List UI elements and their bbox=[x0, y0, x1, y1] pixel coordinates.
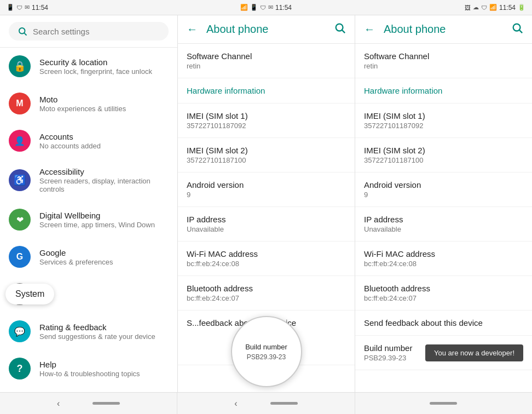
wifi-mac-title-1: Wi-Fi MAC address bbox=[187, 249, 346, 258]
security-title: Security & location bbox=[39, 58, 169, 67]
imei2-title-1: IMEI (SIM slot 2) bbox=[187, 146, 346, 155]
svg-point-2 bbox=[336, 24, 343, 31]
ip-title-1: IP address bbox=[187, 215, 346, 224]
accounts-title: Accounts bbox=[39, 132, 169, 141]
back-button-2[interactable]: ← bbox=[364, 23, 375, 36]
build-number-value-2: PSB29.39-23 bbox=[364, 354, 412, 362]
list-item: Wi-Fi MAC address bc:ff:eb:24:ce:08 bbox=[178, 242, 355, 276]
rating-title: Rating & feedback bbox=[39, 323, 169, 332]
sidebar-item-digital-wellbeing[interactable]: ❤ Digital Wellbeing Screen time, app tim… bbox=[0, 201, 177, 238]
software-channel-title-2: Software Channel bbox=[364, 51, 523, 61]
build-number-circle: Build number PSB29.39-23 bbox=[231, 316, 302, 387]
status-bar-left: 📱 🛡 ✉ 11:54 bbox=[7, 4, 180, 12]
svg-line-3 bbox=[342, 30, 345, 33]
ip-title-2: IP address bbox=[364, 215, 523, 224]
list-item: Software Channel retin bbox=[178, 44, 355, 78]
rating-icon: 💬 bbox=[9, 320, 31, 342]
settings-list: 🔒 Security & location Screen lock, finge… bbox=[0, 48, 177, 392]
accounts-icon: 👤 bbox=[9, 130, 31, 152]
sidebar-item-accessibility[interactable]: ♿ Accessibility Screen readers, display,… bbox=[0, 159, 177, 201]
ip-value-1: Unavailable bbox=[187, 225, 346, 233]
google-title: Google bbox=[39, 248, 169, 257]
rating-subtitle: Send suggestions & rate your device bbox=[39, 332, 169, 341]
search-bar bbox=[0, 15, 177, 48]
google-icon: G bbox=[9, 246, 31, 268]
sidebar-item-system[interactable]: ℹ System Languages, time, backup, update… bbox=[0, 275, 177, 313]
search-input[interactable] bbox=[33, 27, 160, 36]
build-circle-value: PSB29.39-23 bbox=[247, 353, 286, 361]
cloud-icon: ☁ bbox=[473, 4, 479, 11]
hardware-info-title-1: Hardware information bbox=[187, 86, 346, 95]
list-item[interactable]: Build number PSB29.39-23 You are now a d… bbox=[355, 336, 532, 370]
sidebar-item-accounts[interactable]: 👤 Accounts No accounts added bbox=[0, 122, 177, 159]
message-icon-left: ✉ bbox=[25, 4, 30, 11]
list-item[interactable]: Hardware information bbox=[178, 78, 355, 104]
shield-icon-left: 🛡 bbox=[16, 4, 22, 11]
shield-icon-c: 🛡 bbox=[260, 4, 266, 11]
nav-section-right bbox=[355, 393, 532, 414]
feedback-title-2: Send feedback about this device bbox=[364, 318, 523, 327]
list-item[interactable]: Hardware information bbox=[355, 78, 532, 104]
imei2-value-1: 357227101187100 bbox=[187, 156, 346, 164]
about-panel-1: ← About phone Software Channel retin Har… bbox=[178, 15, 355, 392]
moto-icon: M bbox=[9, 93, 31, 114]
list-item[interactable]: Send feedback about this device bbox=[355, 311, 532, 336]
sidebar-item-security[interactable]: 🔒 Security & location Screen lock, finge… bbox=[0, 48, 177, 85]
shield-icon-r: 🛡 bbox=[481, 4, 487, 11]
list-item: Software Channel retin bbox=[355, 44, 532, 78]
software-channel-title-1: Software Channel bbox=[187, 51, 346, 61]
sidebar-item-google[interactable]: G Google Services & preferences bbox=[0, 238, 177, 275]
sidebar-item-rating[interactable]: 💬 Rating & feedback Send suggestions & r… bbox=[0, 313, 177, 350]
android-version-title-2: Android version bbox=[364, 180, 523, 189]
nav-back-left[interactable]: ‹ bbox=[57, 399, 60, 409]
nav-back-center[interactable]: ‹ bbox=[234, 399, 237, 409]
android-version-value-2: 9 bbox=[364, 191, 523, 199]
google-subtitle: Services & preferences bbox=[39, 258, 169, 266]
list-item: IMEI (SIM slot 2) 357227101187100 bbox=[355, 138, 532, 173]
time-left: 11:54 bbox=[32, 4, 48, 12]
search-button-2[interactable] bbox=[511, 22, 523, 37]
list-item: Bluetooth address bc:ff:eb:24:ce:07 bbox=[355, 276, 532, 311]
time-center: 11:54 bbox=[275, 4, 292, 12]
search-input-wrap[interactable] bbox=[9, 22, 169, 41]
software-channel-value-1: retin bbox=[187, 62, 346, 70]
svg-line-1 bbox=[24, 33, 26, 35]
panel-title-1: About phone bbox=[206, 23, 325, 36]
settings-panel: 🔒 Security & location Screen lock, finge… bbox=[0, 15, 178, 392]
panel-header-1: ← About phone bbox=[178, 15, 355, 44]
nav-section-left: ‹ bbox=[0, 393, 177, 414]
imei1-value-1: 357227101187092 bbox=[187, 122, 346, 130]
list-item: Android version 9 bbox=[355, 173, 532, 207]
imei1-title-1: IMEI (SIM slot 1) bbox=[187, 111, 346, 120]
nav-pill-left bbox=[92, 402, 120, 405]
bt-title-1: Bluetooth address bbox=[187, 284, 346, 293]
accounts-subtitle: No accounts added bbox=[39, 142, 169, 150]
main-layout: 🔒 Security & location Screen lock, finge… bbox=[0, 15, 532, 392]
sidebar-item-help[interactable]: ? Help How-to & troubleshooting topics bbox=[0, 350, 177, 387]
list-item[interactable]: S...feedback about this device Build num… bbox=[178, 311, 355, 365]
panel-content-2: Software Channel retin Hardware informat… bbox=[355, 44, 532, 392]
list-item: Android version 9 bbox=[178, 173, 355, 207]
digital-wellbeing-subtitle: Screen time, app timers, Wind Down bbox=[39, 221, 169, 229]
imei2-title-2: IMEI (SIM slot 2) bbox=[364, 146, 523, 155]
nav-bar: ‹ ‹ bbox=[0, 392, 532, 414]
search-button-1[interactable] bbox=[334, 22, 346, 37]
back-button-1[interactable]: ← bbox=[187, 23, 198, 36]
moto-title: Moto bbox=[39, 95, 169, 104]
hardware-info-title-2: Hardware information bbox=[364, 86, 523, 95]
system-bubble: System bbox=[5, 284, 54, 304]
panel-content-1: Software Channel retin Hardware informat… bbox=[178, 44, 355, 392]
panel-header-2: ← About phone bbox=[355, 15, 532, 44]
developer-toast: You are now a developer! bbox=[425, 344, 523, 361]
phone-icon-c: 📱 bbox=[250, 4, 258, 11]
digital-wellbeing-title: Digital Wellbeing bbox=[39, 211, 169, 220]
moto-subtitle: Moto experiences & utilities bbox=[39, 105, 169, 113]
status-bar-right: 🖼 ☁ 🛡 📶 11:54 🔋 bbox=[352, 4, 525, 12]
wifi-mac-value-2: bc:ff:eb:24:ce:08 bbox=[364, 260, 523, 268]
accessibility-title: Accessibility bbox=[39, 167, 169, 176]
wifi-mac-title-2: Wi-Fi MAC address bbox=[364, 249, 523, 258]
security-subtitle: Screen lock, fingerprint, face unlock bbox=[39, 67, 169, 76]
svg-point-4 bbox=[513, 24, 521, 31]
sidebar-item-moto[interactable]: M Moto Moto experiences & utilities bbox=[0, 85, 177, 122]
signal-icon: 📶 bbox=[240, 4, 248, 11]
